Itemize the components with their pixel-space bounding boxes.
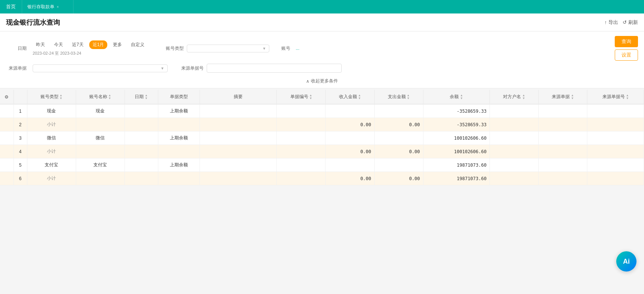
table-cell	[587, 158, 644, 172]
date-btn-昨天[interactable]: 昨天	[33, 40, 48, 49]
date-btn-近7天[interactable]: 近7天	[69, 40, 87, 49]
date-filter-group: 昨天今天近7天近1月更多自定义 2023-02-24 至 2023-03-24	[33, 40, 148, 56]
table-cell: 19871073.60	[423, 158, 490, 172]
table-cell	[374, 104, 423, 118]
table-row: 4小计0.000.00100102606.60	[0, 145, 644, 158]
filter-row-2: 来源单据 ▼ 来源单据号	[6, 64, 638, 73]
right-actions: 查询 设置	[615, 36, 638, 61]
table-cell	[490, 104, 539, 118]
filter-area: 日期 昨天今天近7天近1月更多自定义 2023-02-24 至 2023-03-…	[0, 31, 644, 88]
table-cell	[490, 145, 539, 158]
date-btn-更多[interactable]: 更多	[110, 40, 125, 49]
table-cell: 2	[14, 118, 27, 131]
table-cell	[125, 118, 158, 131]
nav-home[interactable]: 首页	[0, 0, 22, 13]
table-cell: 3	[14, 131, 27, 145]
column-balance[interactable]: 余额▲▼	[423, 90, 490, 104]
column-gear[interactable]: ⚙	[0, 90, 14, 104]
table-cell	[125, 158, 158, 172]
table-row: 2小计0.000.00-3528659.33	[0, 118, 644, 131]
main-table: ⚙ 账号类型▲▼ 账号名称▲▼ 日期▲▼ 单据类型 摘要 单据编号▲▼	[0, 90, 644, 185]
table-container: ⚙ 账号类型▲▼ 账号名称▲▼ 日期▲▼ 单据类型 摘要 单据编号▲▼	[0, 90, 644, 185]
column-source-doc-no[interactable]: 来源单据号▲▼	[587, 90, 644, 104]
table-cell	[0, 104, 14, 118]
table-cell: 0.00	[374, 118, 423, 131]
column-doc-no[interactable]: 单据编号▲▼	[277, 90, 326, 104]
table-cell	[490, 118, 539, 131]
table-cell	[158, 118, 200, 131]
table-cell	[125, 172, 158, 185]
table-cell	[277, 104, 326, 118]
table-cell	[539, 172, 587, 185]
table-row: 1现金现金上期余额-3528659.33	[0, 104, 644, 118]
table-cell: -3528659.33	[423, 118, 490, 131]
table-cell	[200, 158, 277, 172]
table-cell: 5	[14, 158, 27, 172]
table-cell: 1	[14, 104, 27, 118]
source-doc-arrow-icon: ▼	[161, 66, 164, 70]
column-source-doc[interactable]: 来源单据▲▼	[539, 90, 587, 104]
table-row: 3微信微信上期余额100102606.60	[0, 131, 644, 145]
column-expense[interactable]: 支出金额▲▼	[374, 90, 423, 104]
table-cell	[0, 158, 14, 172]
export-button[interactable]: ↑ 导出	[605, 19, 618, 26]
table-cell: 4	[14, 145, 27, 158]
column-counterpart[interactable]: 对方户名▲▼	[490, 90, 539, 104]
column-account-type[interactable]: 账号类型▲▼	[27, 90, 76, 104]
source-doc-select[interactable]: ▼	[33, 64, 168, 72]
table-cell: 现金	[27, 104, 76, 118]
table-cell	[125, 131, 158, 145]
table-cell	[490, 172, 539, 185]
table-cell	[326, 131, 374, 145]
table-cell: 0.00	[326, 118, 374, 131]
table-header-row: ⚙ 账号类型▲▼ 账号名称▲▼ 日期▲▼ 单据类型 摘要 单据编号▲▼	[0, 90, 644, 104]
column-account-name[interactable]: 账号名称▲▼	[76, 90, 125, 104]
source-doc-no-input[interactable]	[207, 64, 342, 73]
table-cell: 支付宝	[27, 158, 76, 172]
date-shortcuts: 昨天今天近7天近1月更多自定义	[33, 40, 148, 49]
account-type-arrow-icon: ▼	[262, 46, 266, 51]
table-cell	[587, 172, 644, 185]
table-cell: 19871073.60	[423, 172, 490, 185]
table-cell: 6	[14, 172, 27, 185]
date-label: 日期	[6, 45, 27, 52]
table-body: 1现金现金上期余额-3528659.332小计0.000.00-3528659.…	[0, 104, 644, 185]
table-cell	[490, 131, 539, 145]
column-date[interactable]: 日期▲▼	[125, 90, 158, 104]
table-cell	[277, 131, 326, 145]
column-index	[14, 90, 27, 104]
table-row: 5支付宝支付宝上期余额19871073.60	[0, 158, 644, 172]
column-income[interactable]: 收入金额▲▼	[326, 90, 374, 104]
table-cell	[539, 158, 587, 172]
table-cell: 100102606.60	[423, 131, 490, 145]
table-cell	[587, 145, 644, 158]
collapse-button[interactable]: ∧ 收起更多条件	[6, 76, 638, 85]
table-cell	[76, 172, 125, 185]
filter-row-1: 日期 昨天今天近7天近1月更多自定义 2023-02-24 至 2023-03-…	[6, 36, 638, 61]
table-cell	[374, 131, 423, 145]
settings-button[interactable]: 设置	[615, 49, 638, 61]
date-btn-自定义[interactable]: 自定义	[128, 40, 148, 49]
table-cell	[125, 104, 158, 118]
account-more-button[interactable]: ...	[293, 45, 302, 52]
date-btn-近1月[interactable]: 近1月	[89, 40, 108, 49]
table-cell	[158, 145, 200, 158]
date-range: 2023-02-24 至 2023-03-24	[33, 51, 148, 56]
table-cell: 小计	[27, 118, 76, 131]
table-cell	[125, 145, 158, 158]
refresh-button[interactable]: ↺ 刷新	[623, 19, 638, 26]
table-cell: 0.00	[326, 145, 374, 158]
gear-icon: ⚙	[5, 94, 9, 100]
table-cell	[0, 172, 14, 185]
table-cell	[200, 118, 277, 131]
query-button[interactable]: 查询	[615, 36, 638, 47]
account-type-label: 账号类型	[166, 45, 184, 52]
date-btn-今天[interactable]: 今天	[51, 40, 66, 49]
table-row: 6小计0.000.0019871073.60	[0, 172, 644, 185]
table-cell	[374, 158, 423, 172]
table-cell: 上期余额	[158, 104, 200, 118]
table-cell	[587, 104, 644, 118]
account-type-select[interactable]: ▼	[187, 45, 269, 52]
nav-tab-银行存取款单[interactable]: 银行存取款单×	[22, 0, 74, 13]
tab-close-icon[interactable]: ×	[57, 5, 59, 9]
